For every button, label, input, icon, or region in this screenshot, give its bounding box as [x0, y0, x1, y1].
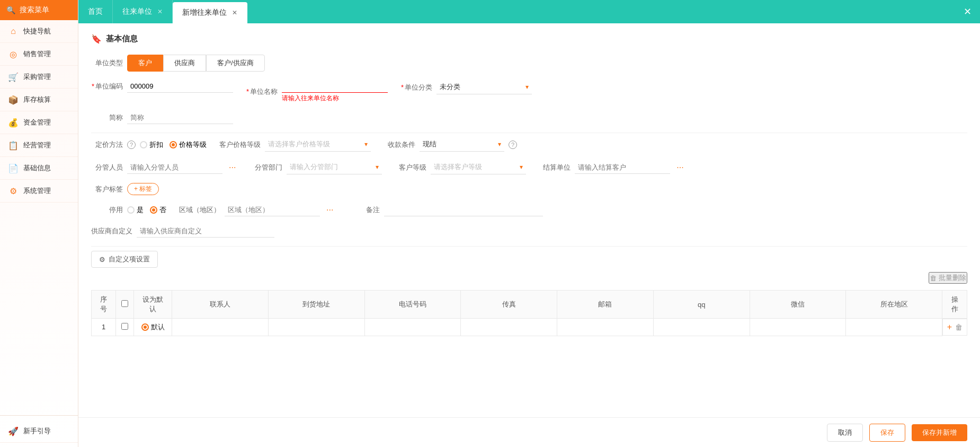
disabled-yes[interactable]: 是 [127, 205, 144, 215]
contact-input[interactable] [177, 323, 263, 331]
batch-delete-button[interactable]: 🗑 批量删除 [929, 272, 967, 284]
row-region[interactable] [846, 319, 942, 336]
save-new-button[interactable]: 保存并新增 [912, 424, 967, 441]
pricing-radio-group: 折扣 价格等级 [140, 140, 207, 150]
phone-input[interactable] [370, 323, 456, 331]
department-label: 分管部门 [251, 163, 282, 172]
tab-new-partner-close[interactable]: ✕ [232, 9, 237, 16]
cancel-button[interactable]: 取消 [827, 424, 863, 442]
row-checkbox[interactable] [121, 323, 128, 330]
disabled-radio-group: 是 否 [127, 205, 166, 215]
supplier-custom-input[interactable] [137, 225, 274, 238]
fax-input[interactable] [466, 323, 551, 331]
unit-type-row: 单位类型 客户 供应商 客户/供应商 [91, 55, 967, 72]
unit-code-label: 单位编码 [91, 82, 123, 91]
custom-settings-button[interactable]: ⚙ 自定义项设置 [91, 251, 158, 268]
customer-level-group: 客户等级 请选择客户等级 ▾ [395, 160, 526, 174]
customer-price-level-label: 客户价格等级 [219, 140, 261, 150]
pricing-help-icon[interactable]: ? [127, 141, 136, 149]
sidebar-search-label: 搜索菜单 [20, 5, 49, 15]
area-label: 区域（地区） [179, 205, 220, 215]
batch-delete-icon: 🗑 [930, 274, 937, 282]
sidebar-item-label: 库存核算 [23, 95, 51, 104]
pricing-discount-radio [140, 141, 147, 148]
payment-terms-group: 收款条件 现结 ▾ ? [384, 137, 517, 152]
delete-row-btn[interactable]: 🗑 [955, 323, 963, 331]
row-qq[interactable] [653, 319, 750, 336]
row-email[interactable] [557, 319, 654, 336]
sidebar-item-operations[interactable]: 📋 经营管理 [0, 134, 78, 157]
close-all-tabs[interactable]: ✕ [955, 6, 980, 17]
tag-add-button[interactable]: + 标签 [127, 183, 159, 195]
unit-type-both[interactable]: 客户/供应商 [206, 55, 265, 72]
price-chevron-icon: ▾ [364, 141, 368, 148]
select-all-checkbox[interactable] [121, 300, 128, 307]
wechat-input[interactable] [755, 323, 841, 331]
sidebar-item-finance[interactable]: 💰 资金管理 [0, 111, 78, 134]
batch-delete-label: 批量删除 [939, 273, 966, 283]
payment-help-icon[interactable]: ? [509, 141, 517, 149]
col-action: 操作 [942, 291, 967, 319]
manager-input[interactable] [127, 161, 222, 174]
payment-terms-select[interactable]: 现结 ▾ [420, 137, 504, 152]
tab-partners[interactable]: 往来单位 ✕ [113, 0, 173, 23]
sidebar-item-inventory[interactable]: 📦 库存核算 [0, 89, 78, 111]
tab-home[interactable]: 首页 [78, 0, 113, 23]
pricing-discount[interactable]: 折扣 [140, 140, 163, 150]
department-select[interactable]: 请输入分管部门 ▾ [287, 160, 382, 174]
short-name-input[interactable] [127, 111, 233, 124]
customer-level-placeholder: 请选择客户等级 [434, 162, 520, 172]
customer-level-chevron-icon: ▾ [520, 163, 523, 171]
sidebar-item-purchase[interactable]: 🛒 采购管理 [0, 66, 78, 89]
unit-code-input[interactable] [127, 80, 233, 93]
unit-name-input[interactable] [282, 80, 388, 93]
row-phone[interactable] [364, 319, 461, 336]
customer-level-select[interactable]: 请选择客户等级 ▾ [431, 160, 526, 174]
sidebar-bottom: 🚀 新手引导 [0, 415, 78, 447]
customer-price-level-select[interactable]: 请选择客户价格等级 ▾ [265, 137, 371, 152]
pricing-method-label: 定价方法 [91, 140, 123, 150]
row-wechat[interactable] [750, 319, 846, 336]
email-input[interactable] [563, 323, 648, 331]
remark-input[interactable] [384, 204, 543, 216]
default-label: 默认 [151, 322, 165, 332]
row-address[interactable] [268, 319, 364, 336]
qq-input[interactable] [659, 323, 744, 331]
address-input[interactable] [274, 323, 359, 331]
settlement-more-btn[interactable]: ··· [674, 163, 685, 172]
sidebar-item-system[interactable]: ⚙ 系统管理 [0, 180, 78, 203]
settlement-group: 结算单位 ··· [539, 161, 685, 174]
row-contact[interactable] [172, 319, 269, 336]
payment-chevron-icon: ▾ [498, 141, 501, 148]
row-fax[interactable] [461, 319, 557, 336]
short-name-group: 简称 [91, 111, 233, 124]
area-input[interactable] [225, 204, 320, 216]
settlement-input[interactable] [575, 161, 670, 174]
col-checkbox [116, 291, 134, 319]
unit-type-customer[interactable]: 客户 [127, 55, 163, 72]
chevron-down-icon: ▾ [525, 83, 529, 91]
col-region: 所在地区 [846, 291, 942, 319]
sidebar-item-guide[interactable]: 🚀 新手引导 [0, 420, 78, 443]
unit-name-group: 单位名称 请输入往来单位名称 [246, 80, 388, 103]
manager-more-btn[interactable]: ··· [227, 163, 238, 172]
tab-partners-close[interactable]: ✕ [157, 8, 163, 15]
sidebar-item-sales[interactable]: ◎ 销售管理 [0, 43, 78, 66]
region-input[interactable] [851, 323, 937, 331]
sidebar-item-quick-nav[interactable]: ⌂ 快捷导航 [0, 20, 78, 43]
disabled-no[interactable]: 否 [150, 205, 166, 215]
unit-type-supplier[interactable]: 供应商 [163, 55, 206, 72]
tab-new-partner[interactable]: 新增往来单位 ✕ [173, 2, 247, 23]
disabled-group: 停用 是 否 [91, 205, 166, 215]
save-button[interactable]: 保存 [869, 424, 905, 442]
sidebar-search[interactable]: 🔍 搜索菜单 [0, 0, 78, 20]
tab-new-partner-label: 新增往来单位 [182, 8, 227, 17]
settings-icon: ⚙ [99, 256, 105, 264]
sales-icon: ◎ [8, 49, 18, 59]
unit-category-select[interactable]: 未分类 ▾ [436, 80, 532, 94]
pricing-level[interactable]: 价格等级 [170, 140, 207, 150]
add-row-btn[interactable]: + [947, 322, 952, 332]
sidebar-item-basic[interactable]: 📄 基础信息 [0, 157, 78, 180]
area-more-btn[interactable]: ··· [324, 205, 335, 215]
row-default-radio[interactable]: 默认 [139, 322, 166, 332]
